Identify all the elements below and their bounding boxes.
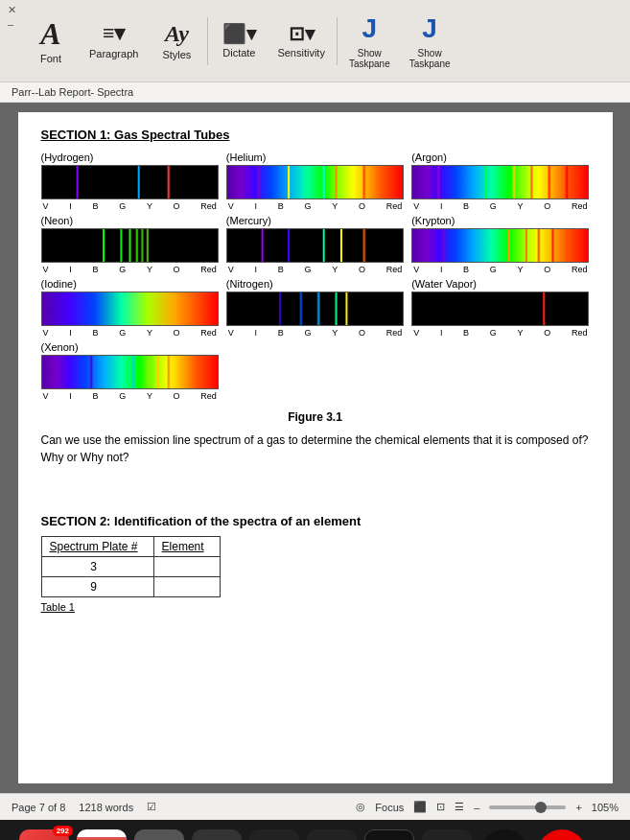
toolbar: ✕ – A Font ≡▾ Paragraph Ay Styles ⬛▾ Dic…	[0, 0, 630, 82]
spectrum-helium: (Helium) VIBGYORed	[226, 152, 404, 211]
table-header-plate: Spectrum Plate #	[41, 537, 153, 557]
empty-cell-2	[411, 341, 589, 401]
dock: 🖼️ 292 JUN 19 🗂️ ⚙️ 🎵 🌸 ●●● 📞 🔇 📻	[0, 820, 630, 840]
toolbar-font[interactable]: A Font	[22, 14, 80, 68]
spectrum-axis-water-vapor: VIBGYORed	[411, 328, 589, 338]
page-info: Page 7 of 8	[12, 802, 65, 813]
figure-caption: Figure 3.1	[41, 410, 590, 424]
dock-phone[interactable]: 📞	[422, 829, 472, 840]
font-label: Font	[40, 53, 61, 64]
toolbar-divider	[207, 17, 208, 65]
spectrum-bar-krypton	[411, 228, 589, 263]
paragraph-icon: ≡▾	[103, 23, 126, 44]
page-view-icon[interactable]: ⬛	[413, 801, 427, 813]
table-cell-element-1	[153, 557, 220, 577]
breadcrumb: Parr--Lab Report- Spectra	[0, 82, 630, 103]
sensitivity-label: Sensitivity	[277, 47, 325, 58]
dock-finder[interactable]: 🗂️	[134, 829, 184, 840]
zoom-percent[interactable]: 105%	[592, 802, 618, 813]
data-table: Spectrum Plate # Element 3 9	[41, 536, 221, 597]
toolbar-show-taskpane-1[interactable]: J ShowTaskpane	[339, 10, 400, 73]
paragraph-label: Paragraph	[89, 48, 138, 59]
status-bar: Page 7 of 8 1218 words ☑ ◎ Focus ⬛ ⊡ ☰ –…	[0, 793, 630, 820]
spectrum-hydrogen: (Hydrogen) VIBGYORed	[41, 152, 219, 211]
taskpane-icon-2: J	[422, 13, 437, 44]
word-count: 1218 words	[79, 802, 133, 813]
spectrum-bar-helium	[226, 165, 404, 199]
sensitivity-icon: ⊡▾	[289, 24, 315, 43]
breadcrumb-text: Parr--Lab Report- Spectra	[12, 86, 133, 98]
font-icon: A	[40, 18, 60, 49]
status-right: ◎ Focus ⬛ ⊡ ☰ – + 105%	[356, 801, 618, 813]
table-cell-element-2	[153, 577, 220, 597]
dock-siri[interactable]: 🔇	[479, 829, 529, 840]
dock-more[interactable]: ●●●	[364, 829, 414, 840]
spectrum-bar-water-vapor	[411, 292, 589, 326]
spectrum-iodine: (Iodine) VIBGYORed	[41, 278, 219, 338]
table-row: 3	[41, 557, 220, 577]
document-wrapper: SECTION 1: Gas Spectral Tubes (Hydrogen)…	[0, 103, 630, 793]
taskpane-label-2: ShowTaskpane	[409, 48, 451, 69]
spectrum-axis-helium: VIBGYORed	[226, 201, 404, 211]
spectrum-bar-neon	[41, 228, 219, 263]
table-cell-plate-1: 3	[41, 557, 153, 577]
check-icon[interactable]: ☑	[147, 801, 156, 813]
spectrum-argon: (Argon) VIBGYORed	[411, 152, 589, 211]
minimize-icon[interactable]: –	[8, 18, 16, 30]
spectrum-bar-nitrogen	[226, 292, 404, 326]
section1-title: SECTION 1: Gas Spectral Tubes	[41, 128, 590, 142]
dock-settings[interactable]: ⚙️	[192, 829, 242, 840]
dock-photos[interactable]: 🌸	[307, 829, 357, 840]
zoom-minus[interactable]: –	[474, 802, 479, 813]
zoom-thumb	[535, 802, 547, 813]
dock-calendar[interactable]: JUN 19	[77, 829, 127, 840]
spectrum-axis-iodine: VIBGYORed	[41, 328, 219, 338]
toolbar-show-taskpane-2[interactable]: J ShowTaskpane	[400, 10, 460, 73]
focus-label[interactable]: Focus	[375, 802, 404, 813]
spectrum-xenon: (Xenon) VIBGYORed	[41, 341, 219, 401]
table-header-element: Element	[153, 537, 220, 557]
spectrum-axis-neon: VIBGYORed	[41, 265, 219, 274]
toolbar-paragraph[interactable]: ≡▾ Paragraph	[80, 19, 148, 63]
spectrum-bar-mercury	[226, 228, 404, 263]
focus-icon[interactable]: ◎	[356, 801, 365, 813]
document-area: SECTION 1: Gas Spectral Tubes (Hydrogen)…	[18, 112, 613, 783]
table-note: Table 1	[41, 601, 590, 613]
taskpane-label-1: ShowTaskpane	[349, 48, 390, 69]
spectrum-axis-argon: VIBGYORed	[411, 201, 589, 211]
spectrum-mercury: (Mercury) VIBGYORed	[226, 215, 404, 274]
spectrum-axis-nitrogen: VIBGYORed	[226, 328, 404, 338]
section2-title: SECTION 2: Identification of the spectra…	[41, 514, 590, 528]
spectrum-bar-iodine	[41, 292, 219, 326]
taskpane-icon-1: J	[362, 13, 378, 44]
spectrum-bar-argon	[411, 165, 589, 199]
spectra-grid: (Hydrogen) VIBGYORed (Helium) VIBGYORed	[41, 152, 590, 401]
dock-badge: 292	[53, 826, 73, 836]
spectrum-nitrogen: (Nitrogen) VIBGYORed	[226, 278, 404, 338]
dictate-label: Dictate	[222, 47, 255, 58]
toolbar-styles[interactable]: Ay Styles	[148, 18, 205, 64]
outline-icon[interactable]: ☰	[455, 801, 464, 813]
toolbar-sensitivity[interactable]: ⊡▾ Sensitivity	[268, 20, 335, 62]
dock-music[interactable]: 🎵	[249, 829, 299, 840]
spectrum-axis-krypton: VIBGYORed	[411, 265, 589, 274]
empty-cell-1	[226, 341, 404, 401]
spectrum-bar-xenon	[41, 355, 219, 389]
styles-label: Styles	[162, 49, 191, 60]
close-icon[interactable]: ✕	[8, 4, 16, 16]
table-cell-plate-2: 9	[41, 577, 153, 597]
spectrum-neon: (Neon) VIBGYORed	[41, 215, 219, 274]
question-text: Can we use the emission line spectrum of…	[41, 432, 590, 466]
spectrum-axis-mercury: VIBGYORed	[226, 265, 404, 274]
spectrum-axis-hydrogen: VIBGYORed	[41, 201, 219, 211]
toolbar-dictate[interactable]: ⬛▾ Dictate	[210, 20, 268, 62]
read-view-icon[interactable]: ⊡	[436, 801, 445, 813]
spectrum-water-vapor: (Water Vapor) VIBGYORed	[411, 278, 589, 338]
answer-area	[41, 485, 590, 502]
dictate-icon: ⬛▾	[222, 24, 256, 43]
zoom-slider[interactable]	[489, 805, 566, 809]
dock-photo[interactable]: 🖼️ 292	[19, 829, 69, 840]
dock-podcast[interactable]: 📻	[537, 829, 587, 840]
spectrum-bar-hydrogen	[41, 165, 219, 199]
zoom-plus[interactable]: +	[575, 802, 581, 813]
